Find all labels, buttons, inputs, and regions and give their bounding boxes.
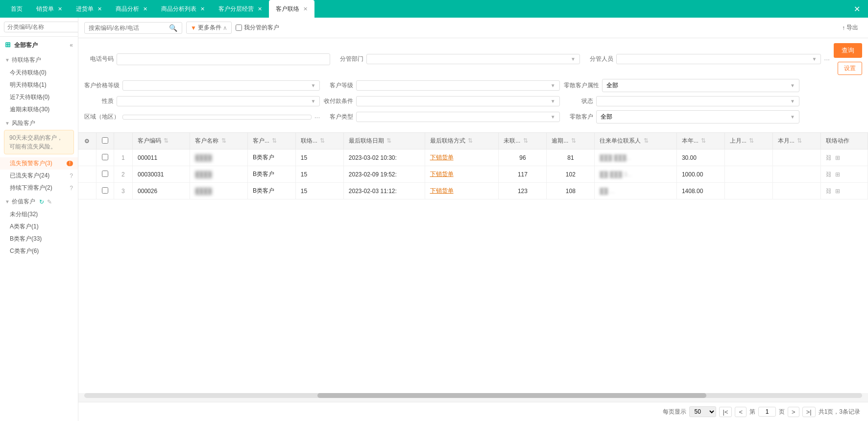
phone-input[interactable] — [117, 53, 330, 65]
gender-select[interactable]: ▼ — [117, 96, 320, 106]
th-code[interactable]: 客户编码 ⇅ — [133, 133, 190, 149]
page-last-button[interactable]: >| — [802, 407, 816, 417]
th-last-date[interactable]: 最后联络日期 ⇅ — [343, 133, 425, 149]
tab-customer-tier[interactable]: 客户分层经营 ✕ — [212, 0, 269, 18]
settings-button[interactable]: 设置 — [838, 62, 862, 75]
page-first-button[interactable]: |< — [719, 407, 732, 417]
page-input[interactable] — [758, 407, 776, 417]
my-customers-check-input[interactable] — [236, 25, 242, 31]
action-link-icon-0[interactable]: ⛓ — [826, 154, 832, 161]
td-action-1[interactable]: ⛓ ⊞ — [820, 166, 868, 183]
th-name[interactable]: 客户名称 ⇅ — [190, 133, 247, 149]
tab-sales-close[interactable]: ✕ — [58, 6, 62, 12]
cust-type-select[interactable]: ▼ — [356, 112, 559, 122]
sidebar-all-customers[interactable]: ⊞ 全部客户 « — [0, 37, 78, 53]
sidebar-item-declining[interactable]: 持续下滑客户(2) ? — [0, 182, 78, 194]
sidebar-group-pending-title[interactable]: ▼ 待联络客户 — [0, 53, 78, 67]
td-last-method-2[interactable]: 下销货单 — [425, 183, 499, 199]
dept-chevron: ▼ — [571, 56, 576, 62]
export-icon: ↑ — [842, 25, 845, 31]
sidebar-group-risk-title[interactable]: ▼ 风险客户 — [0, 117, 78, 130]
person-select[interactable]: ▼ — [616, 54, 821, 64]
filter-cell-phone: 电话号码 — [84, 53, 330, 65]
price-tier-select[interactable]: ▼ — [122, 80, 320, 91]
tab-home[interactable]: 首页 — [4, 0, 29, 18]
sidebar-item-7days[interactable]: 近7天待联络(0) — [0, 91, 78, 103]
th-checkbox[interactable] — [102, 137, 108, 144]
sidebar-item-c-class[interactable]: C类客户(6) — [0, 245, 78, 257]
row-checkbox-0[interactable] — [102, 154, 108, 160]
tab-analysis[interactable]: 商品分析 ✕ — [109, 0, 154, 18]
sidebar-item-a-class[interactable]: A类客户(1) — [0, 221, 78, 233]
td-check-0[interactable] — [96, 149, 114, 166]
tab-analysis-close[interactable]: ✕ — [143, 6, 147, 12]
th-no-contact[interactable]: 未联... ⇅ — [499, 133, 547, 149]
sidebar-item-churned[interactable]: 已流失客户(24) ? — [0, 170, 78, 182]
sidebar-item-today[interactable]: 今天待联络(0) — [0, 67, 78, 79]
region-dots[interactable]: ··· — [314, 113, 320, 121]
th-last-method[interactable]: 最后联络方式 ⇅ — [425, 133, 499, 149]
zero-cust-select[interactable]: 全部 ▼ — [596, 110, 799, 124]
td-check-2[interactable] — [96, 183, 114, 199]
td-last-method-1[interactable]: 下销货单 — [425, 166, 499, 183]
row-checkbox-2[interactable] — [102, 187, 108, 194]
edit-icon[interactable]: ✎ — [47, 198, 52, 205]
payment-select[interactable]: ▼ — [356, 96, 559, 106]
filter-search-icon[interactable]: 🔍 — [169, 24, 177, 32]
th-last-month[interactable]: 上月... ⇅ — [724, 133, 772, 149]
sidebar-item-churn-warning[interactable]: 流失预警客户(3) ! — [0, 157, 78, 170]
th-category[interactable]: 客户... ⇅ — [247, 133, 295, 149]
tab-customer-tier-close[interactable]: ✕ — [258, 6, 262, 12]
action-grid-icon-2[interactable]: ⊞ — [835, 188, 840, 195]
th-unit-contact[interactable]: 往来单位联系人 ⇅ — [595, 133, 677, 149]
dept-select[interactable]: ▼ — [366, 54, 580, 64]
action-link-icon-1[interactable]: ⛓ — [826, 171, 832, 178]
window-close-button[interactable]: ✕ — [850, 4, 864, 14]
cust-tier-select[interactable]: ▼ — [356, 80, 559, 91]
sidebar-item-ungroup[interactable]: 未分组(32) — [0, 208, 78, 221]
th-contact[interactable]: 联络... ⇅ — [295, 133, 343, 149]
sidebar-search-input[interactable] — [4, 22, 78, 32]
action-grid-icon-1[interactable]: ⊞ — [835, 171, 840, 178]
th-this-month[interactable]: 本月... ⇅ — [772, 133, 820, 149]
action-link-icon-2[interactable]: ⛓ — [826, 188, 832, 195]
sidebar-item-tomorrow[interactable]: 明天待联络(1) — [0, 79, 78, 91]
page-prev-button[interactable]: < — [735, 407, 747, 417]
sidebar-item-b-class[interactable]: B类客户(33) — [0, 233, 78, 245]
page-next-button[interactable]: > — [788, 407, 799, 417]
row-checkbox-1[interactable] — [102, 171, 108, 177]
tab-analysis-list-close[interactable]: ✕ — [200, 6, 205, 12]
td-action-0[interactable]: ⛓ ⊞ — [820, 149, 868, 166]
td-check-1[interactable] — [96, 166, 114, 183]
td-last-method-0[interactable]: 下销货单 — [425, 149, 499, 166]
person-dots[interactable]: ··· — [824, 55, 830, 63]
td-action-2[interactable]: ⛓ ⊞ — [820, 183, 868, 199]
th-settings[interactable]: ⚙ — [78, 133, 96, 149]
collapse-icon[interactable]: « — [70, 42, 73, 49]
tab-sales[interactable]: 销货单 ✕ — [29, 0, 69, 18]
refresh-icon[interactable]: ↻ — [39, 198, 44, 205]
th-overdue[interactable]: 逾期... ⇅ — [547, 133, 595, 149]
zero-attr-select[interactable]: 全部 ▼ — [602, 79, 799, 92]
status-select[interactable]: ▼ — [596, 96, 799, 106]
filter-search-input[interactable] — [89, 25, 167, 31]
my-customers-checkbox[interactable]: 我分管的客户 — [236, 24, 279, 32]
per-page-select[interactable]: 50 100 200 — [689, 406, 716, 417]
scrollbar-thumb[interactable] — [317, 393, 706, 398]
sidebar-item-overdue[interactable]: 逾期未联络(30) — [0, 103, 78, 116]
tab-customer-link[interactable]: 客户联络 ✕ — [269, 0, 314, 18]
td-no-2: 3 — [114, 183, 133, 199]
tab-purchase-close[interactable]: ✕ — [97, 6, 102, 12]
filter-more-button[interactable]: ▼ 更多条件 ∧ — [186, 22, 232, 34]
region-select[interactable] — [122, 115, 312, 120]
export-button[interactable]: ↑ 导出 — [838, 22, 862, 33]
tab-analysis-list[interactable]: 商品分析列表 ✕ — [154, 0, 212, 18]
query-button[interactable]: 查询 — [834, 43, 862, 58]
th-check[interactable] — [96, 133, 114, 149]
sidebar-group-value-title[interactable]: ▼ 价值客户 ↻ ✎ — [0, 195, 78, 208]
tab-purchase[interactable]: 进货单 ✕ — [69, 0, 109, 18]
action-grid-icon-0[interactable]: ⊞ — [835, 154, 840, 161]
horizontal-scrollbar[interactable] — [84, 393, 862, 398]
tab-customer-link-close[interactable]: ✕ — [303, 6, 308, 12]
th-this-year[interactable]: 本年... ⇅ — [676, 133, 724, 149]
